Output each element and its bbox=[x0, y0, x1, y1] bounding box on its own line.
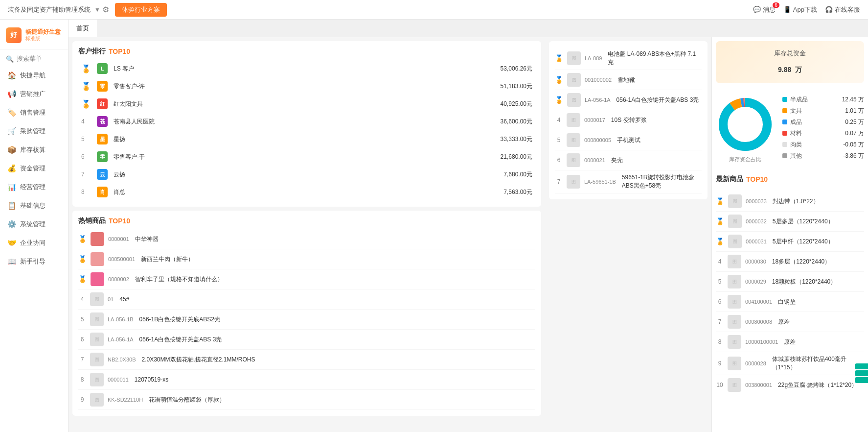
hot-product-item[interactable]: 6 图 LA-056-1A 056-1A白色按键开关盖ABS 3壳 bbox=[78, 330, 535, 350]
new-product-item[interactable]: 6 图 004100001 白钢垫 bbox=[716, 292, 864, 312]
product-name: 原差 bbox=[778, 318, 864, 326]
sidebar-item-inventory[interactable]: 📦 库存核算 bbox=[0, 141, 68, 159]
system-selector[interactable]: 装备及固定资产辅助管理系统 ▼ bbox=[8, 5, 100, 14]
product-code: 10000100001 bbox=[745, 339, 778, 345]
product-code: 0000001 bbox=[108, 236, 129, 242]
cs-community-btn[interactable]: 服务社区 bbox=[855, 370, 868, 376]
customer-row[interactable]: 7 云 云扬 7,680.00元 bbox=[78, 166, 535, 183]
rank-number: 7 bbox=[81, 171, 85, 178]
sidebar-item-system[interactable]: ⚙️ 系统管理 bbox=[0, 215, 68, 234]
legend-color-swatch bbox=[782, 153, 787, 158]
donut-chart bbox=[716, 95, 775, 154]
middle-product-item[interactable]: 7 图 LA-59651-1B 59651-1B旋转投影灯电池盒ABS黑色+58… bbox=[555, 170, 702, 193]
customer-row[interactable]: 🏅 L LS 客户 53,006.26元 bbox=[78, 60, 535, 77]
sidebar-item-guide[interactable]: 📖 新手引导 bbox=[0, 252, 68, 271]
product-name: 原差 bbox=[784, 338, 864, 346]
rank-number: 8 bbox=[716, 338, 724, 345]
middle-product-item[interactable]: 🏅 图 LA-056-1A 056-1A白色按键开关盖ABS 3壳 bbox=[555, 90, 702, 110]
hot-product-item[interactable]: 4 图 01 45# bbox=[78, 289, 535, 310]
rank-cell: 5 bbox=[78, 130, 94, 148]
new-product-item[interactable]: 🏅 图 0000032 5层多层（1220*2440） bbox=[716, 212, 864, 232]
sidebar-item-label: 营销推广 bbox=[20, 90, 46, 98]
sidebar-item-marketing[interactable]: 📢 营销推广 bbox=[0, 85, 68, 103]
cs-live-btn[interactable]: 直播 bbox=[855, 377, 868, 383]
customer-row[interactable]: 6 零 零售客户-于 21,680.00元 bbox=[78, 148, 535, 166]
hot-product-item[interactable]: 🏅 0000002 智利车子里（规格不知道填什么） bbox=[78, 269, 535, 289]
new-product-item[interactable]: 7 图 000800008 原差 bbox=[716, 312, 864, 332]
hot-product-item[interactable]: 5 图 LA-056-1B 056-1B白色按键开关底ABS2壳 bbox=[78, 310, 535, 330]
product-name: 5层多层（1220*2440） bbox=[773, 217, 864, 226]
service-btn[interactable]: 🎧 在线客服 bbox=[825, 5, 860, 14]
new-product-item[interactable]: 4 图 0000030 18多层（1220*2440） bbox=[716, 252, 864, 272]
sidebar-item-sales[interactable]: 🏷️ 销售管理 bbox=[0, 103, 68, 122]
ranking-title-text: 客户排行 bbox=[78, 47, 106, 56]
product-code: LA-056-1B bbox=[108, 316, 134, 322]
sidebar-item-finance[interactable]: 💰 资金管理 bbox=[0, 159, 68, 178]
legend-item: 材料 0.07 万 bbox=[782, 129, 864, 138]
hot-product-item[interactable]: 8 图 0000011 12070519-xs bbox=[78, 370, 535, 390]
new-product-item[interactable]: 🏅 图 0000031 5层中纤（1220*2440） bbox=[716, 232, 864, 252]
dropdown-icon[interactable]: ▼ bbox=[94, 6, 100, 13]
sidebar-item-operations[interactable]: 📊 经营管理 bbox=[0, 178, 68, 196]
product-thumbnail: 图 bbox=[90, 333, 104, 346]
product-name: 056-1A白色按键开关盖ABS 3壳 bbox=[617, 96, 702, 104]
product-thumbnail: 图 bbox=[567, 175, 580, 189]
new-product-item[interactable]: 10 图 003800001 22g鱼豆腐·烧烤味（1*12*20） bbox=[716, 375, 864, 395]
product-code: 0000028 bbox=[745, 360, 766, 366]
sidebar-item-nav[interactable]: 🏠 快捷导航 bbox=[0, 66, 68, 85]
search-menu-btn[interactable]: 🔍 搜索菜单 bbox=[0, 51, 68, 66]
hot-product-item[interactable]: 🏅 000500001 新西兰牛肉（新牛） bbox=[78, 249, 535, 269]
app-icon: 📱 bbox=[783, 6, 791, 13]
product-thumbnail: 图 bbox=[567, 153, 580, 167]
tab-home[interactable]: 首页 bbox=[69, 20, 97, 37]
middle-product-item[interactable]: 6 图 0000021 夹壳 bbox=[555, 150, 702, 170]
product-name: 白钢垫 bbox=[778, 298, 864, 306]
cs-hotline-btn[interactable]: 客服热线 bbox=[855, 363, 868, 369]
new-product-item[interactable]: 9 图 0000028 体城蔗枝味苏打饮品400毫升（1*15） bbox=[716, 352, 864, 375]
middle-product-item[interactable]: 🏅 图 LA-089 电池盖 LA-089 ABS本色+黑种 7.1克 bbox=[555, 47, 702, 70]
product-thumbnail bbox=[91, 252, 104, 266]
hot-product-item[interactable]: 9 图 KK-SD22110H 花语萌恒温分蘸罐袋（厚款） bbox=[78, 390, 535, 410]
new-product-item[interactable]: 🏅 图 0000033 封边带（1.0*22） bbox=[716, 192, 864, 212]
customer-row[interactable]: 🏅 红 红太阳文具 40,925.00元 bbox=[78, 95, 535, 113]
product-thumbnail: 图 bbox=[567, 73, 581, 87]
rank-number: 4 bbox=[81, 118, 85, 125]
sidebar-item-basics[interactable]: 📋 基础信息 bbox=[0, 196, 68, 215]
customer-row[interactable]: 8 肖 肖总 7,563.00元 bbox=[78, 183, 535, 201]
middle-products-list: 🏅 图 LA-089 电池盖 LA-089 ABS本色+黑种 7.1克 🏅 图 … bbox=[555, 47, 702, 193]
system-icon: ⚙️ bbox=[7, 220, 16, 229]
sidebar-item-collab[interactable]: 🤝 企业协同 bbox=[0, 234, 68, 252]
new-product-item[interactable]: 8 图 10000100001 原差 bbox=[716, 332, 864, 352]
new-product-item[interactable]: 5 图 0000029 18颗粒板（1220*2440） bbox=[716, 272, 864, 292]
product-name: 10S 变转罗浆 bbox=[611, 116, 702, 124]
main-content: 首页 客户排行 TOP10 🏅 L LS 客户 53,006.26元 bbox=[69, 20, 868, 432]
customer-badge: 红 bbox=[97, 98, 108, 109]
product-code: 004100001 bbox=[745, 299, 772, 305]
product-code: 0000030 bbox=[745, 259, 766, 264]
rank-cell: 7 bbox=[78, 166, 94, 183]
middle-product-item[interactable]: 4 图 0000017 10S 变转罗浆 bbox=[555, 110, 702, 130]
trial-button[interactable]: 体验行业方案 bbox=[115, 3, 167, 17]
legend-item: 肉类 -0.05 万 bbox=[782, 141, 864, 149]
collab-icon: 🤝 bbox=[7, 239, 16, 247]
product-name: 花语萌恒温分蘸罐袋（厚款） bbox=[149, 396, 535, 404]
left-panel: 客户排行 TOP10 🏅 L LS 客户 53,006.26元 🏅 零 零售客户… bbox=[69, 37, 545, 432]
sidebar-item-purchase[interactable]: 🛒 采购管理 bbox=[0, 122, 68, 141]
hot-product-item[interactable]: 🏅 0000001 中华神器 bbox=[78, 229, 535, 249]
product-thumbnail: 图 bbox=[728, 357, 741, 370]
gear-icon[interactable]: ⚙ bbox=[102, 5, 109, 14]
customer-row[interactable]: 5 星 星扬 33,333.00元 bbox=[78, 130, 535, 148]
middle-product-item[interactable]: 5 图 000800005 手机测试 bbox=[555, 130, 702, 150]
customer-row[interactable]: 4 苍 苍南县人民医院 36,600.00元 bbox=[78, 113, 535, 130]
message-btn[interactable]: 💬 消息 6 bbox=[753, 5, 776, 14]
middle-product-item[interactable]: 🏅 图 001000002 雪地靴 bbox=[555, 70, 702, 90]
marketing-icon: 📢 bbox=[7, 90, 16, 98]
app-btn[interactable]: 📱 App下载 bbox=[783, 5, 817, 14]
hot-product-item[interactable]: 7 图 NB2.0X30B 2.0X30MM双搓花轴.搓花直径2.1MM/ROH… bbox=[78, 350, 535, 370]
product-name: 新西兰牛肉（新牛） bbox=[141, 255, 535, 264]
product-thumbnail: 图 bbox=[90, 393, 104, 407]
customer-row[interactable]: 🏅 零 零售客户-许 51,183.00元 bbox=[78, 77, 535, 95]
legend-color-swatch bbox=[782, 131, 787, 136]
customer-amount: 21,680.00元 bbox=[346, 148, 535, 166]
product-code: 0000002 bbox=[108, 276, 129, 282]
